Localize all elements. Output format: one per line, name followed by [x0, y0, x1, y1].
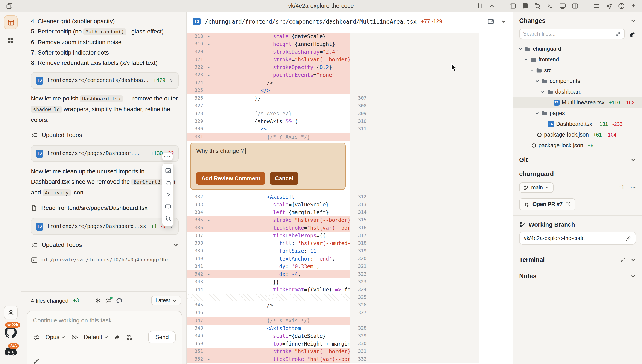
- tree-folder-frontend[interactable]: frontend: [513, 54, 642, 65]
- layers-icon[interactable]: [0, 2, 13, 9]
- diff-line[interactable]: 323 }}: [350, 278, 479, 286]
- asterisk-icon[interactable]: [95, 298, 101, 304]
- diff-line[interactable]: 334 left={margin.left}: [187, 208, 350, 216]
- zap-icon[interactable]: [630, 2, 637, 9]
- git-compare-icon[interactable]: [534, 2, 541, 9]
- diff-line[interactable]: 338 fill: 'hsl(var(--muted-foreground))'…: [187, 240, 350, 247]
- diff-line[interactable]: 318- scale={dateScale}: [187, 32, 350, 40]
- diff-line[interactable]: 314 left={margin.left}: [350, 208, 479, 216]
- diff-line[interactable]: 339 fontSize: 11,: [187, 247, 350, 255]
- tree-folder-dashboard[interactable]: dashboard: [513, 86, 642, 97]
- run-icon[interactable]: [605, 2, 612, 9]
- diff-line[interactable]: 333 scale={valueScale}: [187, 201, 350, 208]
- display-icon[interactable]: [165, 204, 171, 210]
- menu-icon[interactable]: [593, 2, 600, 9]
- working-branch-field[interactable]: vk/4e2a-explore-the-code: [519, 232, 636, 245]
- diff-line[interactable]: 348 <AxisBottom: [187, 324, 350, 332]
- diff-line[interactable]: 319 fontSize: 11,: [350, 247, 479, 255]
- pause-icon[interactable]: [477, 2, 483, 9]
- terminal-command-row[interactable]: cd /private/var/folders/10/h7w0q46556ggr…: [31, 255, 179, 265]
- add-review-comment-button[interactable]: Add Review Comment: [196, 172, 266, 184]
- message-input[interactable]: [33, 317, 176, 324]
- diff-line[interactable]: 325- </>: [187, 87, 350, 94]
- file-change-chip[interactable]: TS frontend/src/components/dashboa... +4…: [31, 72, 179, 89]
- diff-line[interactable]: 315+ stroke="transparent": [350, 216, 479, 224]
- diff-line[interactable]: 343 }}: [187, 278, 350, 286]
- file-search-box[interactable]: [519, 29, 625, 39]
- cancel-button[interactable]: Cancel: [270, 172, 298, 184]
- diff-line[interactable]: 309 {/* Axes */}: [350, 110, 479, 118]
- diff-line[interactable]: 350 top={innerHeight + margin.top}: [187, 340, 350, 348]
- diff-line[interactable]: 347- {/* X Axis */}: [187, 317, 350, 324]
- diff-line[interactable]: 322+ dx: -8,: [350, 270, 479, 278]
- diff-line[interactable]: 308: [350, 102, 479, 110]
- help-icon[interactable]: [618, 2, 625, 9]
- diff-line[interactable]: 326 )}: [187, 94, 350, 102]
- updated-todos-row[interactable]: Updated Todos: [31, 240, 179, 250]
- diff-line[interactable]: 349 scale={dateScale}: [187, 332, 350, 340]
- grid-view-button[interactable]: [4, 34, 18, 47]
- diff-line[interactable]: 337 tickLabelProps={{: [187, 232, 350, 240]
- bird-icon[interactable]: [629, 30, 636, 38]
- diff-line[interactable]: 352- tickStroke="hsl(var(--border))": [187, 356, 350, 363]
- comment-card[interactable]: Why this change ? Add Review Comment Can…: [190, 142, 345, 190]
- tree-folder-pages[interactable]: pages: [513, 108, 642, 118]
- diff-line[interactable]: 311 <>: [350, 125, 479, 133]
- file-change-chip[interactable]: TS frontend/src/pages/Dashboar... +130 -…: [31, 145, 179, 162]
- diff-line[interactable]: 321- stroke="hsl(var(--border))": [187, 56, 350, 64]
- tree-folder-components[interactable]: components: [513, 76, 642, 86]
- model-selector[interactable]: Opus: [46, 334, 66, 340]
- diff-line[interactable]: 320- strokeDasharray="2,4": [187, 48, 350, 56]
- diff-line[interactable]: 317 tickLabelProps={{: [350, 232, 479, 240]
- diff-line[interactable]: 331- {/* Y Axis */}: [187, 133, 350, 141]
- diff-line[interactable]: 336- tickStroke="hsl(var(--border))": [187, 224, 350, 232]
- panel-right-icon[interactable]: [571, 2, 578, 9]
- diff-line[interactable]: 318 fill: 'hsl(var(--muted-foreground))'…: [350, 240, 479, 247]
- tree-folder-churnguard[interactable]: churnguard: [513, 43, 642, 54]
- diff-line[interactable]: 346: [187, 309, 350, 317]
- account-button[interactable]: [4, 306, 18, 319]
- diff-line[interactable]: 344 tickFormat={(value) => formatValue(v…: [187, 286, 350, 294]
- arrow-up-icon[interactable]: ↑: [88, 298, 90, 303]
- diff-line[interactable]: 319- height={innerHeight}: [187, 40, 350, 48]
- chevron-down-icon[interactable]: [630, 157, 636, 162]
- tree-file-Dashboard.tsx[interactable]: TSDashboard.tsx+131-233: [513, 118, 642, 129]
- tree-folder-src[interactable]: src: [513, 65, 642, 76]
- diff-line[interactable]: 329 scale={dateScale}: [350, 332, 479, 340]
- git-section-header[interactable]: Git: [513, 151, 642, 167]
- diff-line[interactable]: 340 textAnchor: 'end',: [187, 255, 350, 263]
- diff-line[interactable]: 351- stroke="hsl(var(--border))": [187, 348, 350, 356]
- diff-line[interactable]: 307 )}: [350, 94, 479, 102]
- chevron-up-icon[interactable]: [489, 3, 495, 9]
- tree-file-package-lock.json[interactable]: package-lock.json+61-104: [513, 129, 642, 140]
- play-icon[interactable]: [165, 192, 171, 198]
- discord-link[interactable]: 346: [4, 347, 17, 360]
- chevron-down-icon[interactable]: [630, 18, 636, 24]
- diff-line[interactable]: 327: [187, 102, 350, 110]
- copy-icon[interactable]: [165, 180, 171, 186]
- fast-forward-icon[interactable]: [72, 334, 78, 340]
- panel-left-icon[interactable]: [509, 2, 516, 9]
- git-pr-icon[interactable]: [126, 334, 133, 340]
- chat-icon[interactable]: [522, 2, 529, 9]
- chevron-down-icon[interactable]: [630, 257, 636, 262]
- diff-line[interactable]: 313 scale={valueScale}: [350, 201, 479, 208]
- diff-line[interactable]: 326 />: [350, 301, 479, 309]
- git-compare-icon[interactable]: [165, 216, 171, 222]
- changes-section-header[interactable]: Changes: [513, 12, 642, 28]
- diff-line[interactable]: 328 <AxisBottom: [350, 324, 479, 332]
- latest-dropdown[interactable]: Latest: [151, 296, 181, 305]
- expand-icon[interactable]: [620, 257, 626, 262]
- diff-line[interactable]: 332 <AxisLeft: [187, 193, 350, 201]
- mode-selector[interactable]: Default: [84, 334, 109, 340]
- diff-line[interactable]: 325+ numTicks={5}: [350, 294, 479, 301]
- chevron-down-icon[interactable]: [630, 273, 636, 279]
- diff-line[interactable]: 330 top={innerHeight + margin.top}: [350, 340, 479, 348]
- diff-line[interactable]: 345 />: [187, 301, 350, 309]
- diff-line[interactable]: 331+ stroke="transparent": [350, 348, 479, 356]
- more-options-icon[interactable]: ···: [630, 185, 636, 190]
- screenshot-icon[interactable]: [165, 168, 171, 174]
- ahead-count[interactable]: ↑1: [618, 184, 624, 190]
- image-diff-icon[interactable]: [487, 18, 494, 25]
- diff-line[interactable]: 329 {showAxis && (: [187, 118, 350, 125]
